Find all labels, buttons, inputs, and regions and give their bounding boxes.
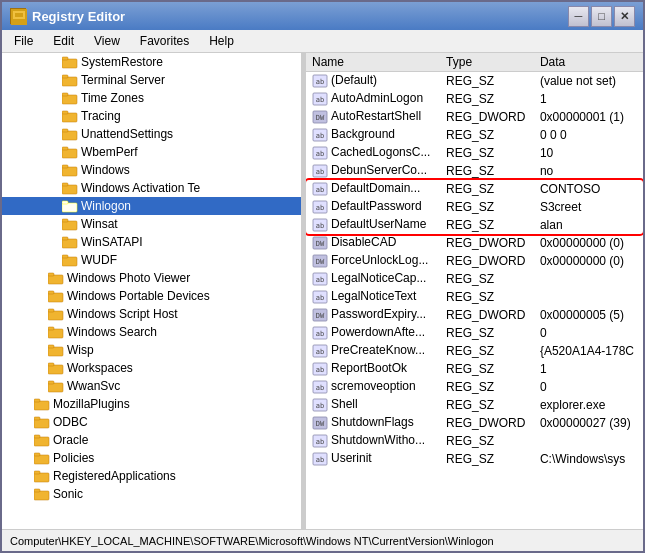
svg-rect-30 xyxy=(48,291,54,294)
tree-item[interactable]: Oracle xyxy=(2,431,301,449)
svg-rect-35 xyxy=(48,347,63,356)
tree-item[interactable]: MozillaPlugins xyxy=(2,395,301,413)
svg-text:ab: ab xyxy=(316,132,324,140)
tree-item[interactable]: WbemPerf xyxy=(2,143,301,161)
table-row[interactable]: ab PowerdownAfte...REG_SZ0 xyxy=(306,324,643,342)
tree-item[interactable]: WwanSvc xyxy=(2,377,301,395)
table-row[interactable]: ab ShellREG_SZexplorer.exe xyxy=(306,396,643,414)
menu-view[interactable]: View xyxy=(86,32,128,50)
svg-rect-18 xyxy=(62,183,68,186)
svg-text:ab: ab xyxy=(316,330,324,338)
folder-icon xyxy=(34,433,50,447)
expand-placeholder xyxy=(48,110,60,122)
cell-type: REG_SZ xyxy=(440,72,534,90)
menu-help[interactable]: Help xyxy=(201,32,242,50)
expand-placeholder xyxy=(20,488,32,500)
svg-rect-21 xyxy=(62,221,77,230)
table-row[interactable]: ab DefaultUserNameREG_SZalan xyxy=(306,216,643,234)
tree-item[interactable]: Wisp xyxy=(2,341,301,359)
menu-file[interactable]: File xyxy=(6,32,41,50)
table-row[interactable]: ab UserinitREG_SZC:\Windows\sys xyxy=(306,450,643,468)
table-row[interactable]: ab ReportBootOkREG_SZ1 xyxy=(306,360,643,378)
table-row[interactable]: ab (Default)REG_SZ(value not set) xyxy=(306,72,643,90)
expand-placeholder xyxy=(48,218,60,230)
cell-name: ab PowerdownAfte... xyxy=(306,324,440,342)
svg-text:ab: ab xyxy=(316,276,324,284)
table-row[interactable]: ab LegalNoticeTextREG_SZ xyxy=(306,288,643,306)
tree-item[interactable]: Sonic xyxy=(2,485,301,503)
folder-icon xyxy=(62,145,78,159)
tree-item[interactable]: WUDF xyxy=(2,251,301,269)
menu-edit[interactable]: Edit xyxy=(45,32,82,50)
svg-rect-15 xyxy=(62,167,77,176)
tree-item-label: ODBC xyxy=(53,415,88,429)
cell-type: REG_SZ xyxy=(440,378,534,396)
folder-icon xyxy=(48,325,64,339)
close-button[interactable]: ✕ xyxy=(614,6,635,27)
table-row[interactable]: ab BackgroundREG_SZ0 0 0 xyxy=(306,126,643,144)
cell-name: ab (Default) xyxy=(306,72,440,90)
table-row[interactable]: ab CachedLogonsC...REG_SZ10 xyxy=(306,144,643,162)
table-row[interactable]: ab DebunServerCo...REG_SZno xyxy=(306,162,643,180)
cell-name: DW ShutdownFlags xyxy=(306,414,440,432)
expand-placeholder xyxy=(20,416,32,428)
tree-item[interactable]: UnattendSettings xyxy=(2,125,301,143)
tree-item[interactable]: ODBC xyxy=(2,413,301,431)
tree-item[interactable]: Winlogon xyxy=(2,197,301,215)
table-row[interactable]: ab AutoAdminLogonREG_SZ1 xyxy=(306,90,643,108)
table-row[interactable]: DW PasswordExpiry...REG_DWORD0x00000005 … xyxy=(306,306,643,324)
svg-rect-36 xyxy=(48,345,54,348)
tree-item[interactable]: Tracing xyxy=(2,107,301,125)
status-bar: Computer\HKEY_LOCAL_MACHINE\SOFTWARE\Mic… xyxy=(2,529,643,551)
registry-table: Name Type Data ab (Default)REG_SZ(value … xyxy=(306,53,643,468)
expand-placeholder xyxy=(34,344,46,356)
values-scroll[interactable]: Name Type Data ab (Default)REG_SZ(value … xyxy=(306,53,643,529)
table-row[interactable]: DW AutoRestartShellREG_DWORD0x00000001 (… xyxy=(306,108,643,126)
table-row[interactable]: ab ShutdownWitho...REG_SZ xyxy=(306,432,643,450)
tree-scroll[interactable]: SystemRestore Terminal Server Time Zones… xyxy=(2,53,301,529)
folder-icon xyxy=(62,217,78,231)
tree-item[interactable]: Time Zones xyxy=(2,89,301,107)
table-row[interactable]: DW ShutdownFlagsREG_DWORD0x00000027 (39) xyxy=(306,414,643,432)
svg-rect-38 xyxy=(48,363,54,366)
tree-item[interactable]: Windows Script Host xyxy=(2,305,301,323)
table-row[interactable]: DW ForceUnlockLog...REG_DWORD0x00000000 … xyxy=(306,252,643,270)
table-row[interactable]: ab scremoveoptionREG_SZ0 xyxy=(306,378,643,396)
minimize-button[interactable]: ─ xyxy=(568,6,589,27)
tree-item[interactable]: Windows Photo Viewer xyxy=(2,269,301,287)
cell-type: REG_DWORD xyxy=(440,306,534,324)
tree-item-label: Windows Activation Te xyxy=(81,181,200,195)
tree-item[interactable]: Terminal Server xyxy=(2,71,301,89)
tree-item[interactable]: WinSATAPI xyxy=(2,233,301,251)
table-row[interactable]: ab DefaultDomain...REG_SZCONTOSO xyxy=(306,180,643,198)
expand-placeholder xyxy=(34,290,46,302)
table-row[interactable]: ab PreCreateKnow...REG_SZ{A520A1A4-178C xyxy=(306,342,643,360)
svg-rect-49 xyxy=(34,473,49,482)
svg-text:ab: ab xyxy=(316,438,324,446)
maximize-button[interactable]: □ xyxy=(591,6,612,27)
tree-item-label: WinSATAPI xyxy=(81,235,143,249)
table-row[interactable]: ab DefaultPasswordREG_SZS3creet xyxy=(306,198,643,216)
table-row[interactable]: DW DisableCADREG_DWORD0x00000000 (0) xyxy=(306,234,643,252)
tree-item[interactable]: RegisteredApplications xyxy=(2,467,301,485)
col-data: Data xyxy=(534,53,643,72)
tree-item[interactable]: Windows Search xyxy=(2,323,301,341)
tree-item[interactable]: Workspaces xyxy=(2,359,301,377)
tree-item[interactable]: Windows Activation Te xyxy=(2,179,301,197)
tree-item-label: MozillaPlugins xyxy=(53,397,130,411)
tree-item[interactable]: Windows xyxy=(2,161,301,179)
tree-item[interactable]: Policies xyxy=(2,449,301,467)
table-row[interactable]: ab LegalNoticeCap...REG_SZ xyxy=(306,270,643,288)
app-icon xyxy=(10,8,26,24)
tree-item[interactable]: SystemRestore xyxy=(2,53,301,71)
cell-data: 1 xyxy=(534,360,643,378)
menu-favorites[interactable]: Favorites xyxy=(132,32,197,50)
svg-rect-6 xyxy=(62,75,68,78)
tree-item[interactable]: Winsat xyxy=(2,215,301,233)
col-type: Type xyxy=(440,53,534,72)
tree-item-label: Windows xyxy=(81,163,130,177)
svg-rect-10 xyxy=(62,111,68,114)
tree-item-label: WwanSvc xyxy=(67,379,120,393)
main-content: SystemRestore Terminal Server Time Zones… xyxy=(2,53,643,529)
tree-item[interactable]: Windows Portable Devices xyxy=(2,287,301,305)
